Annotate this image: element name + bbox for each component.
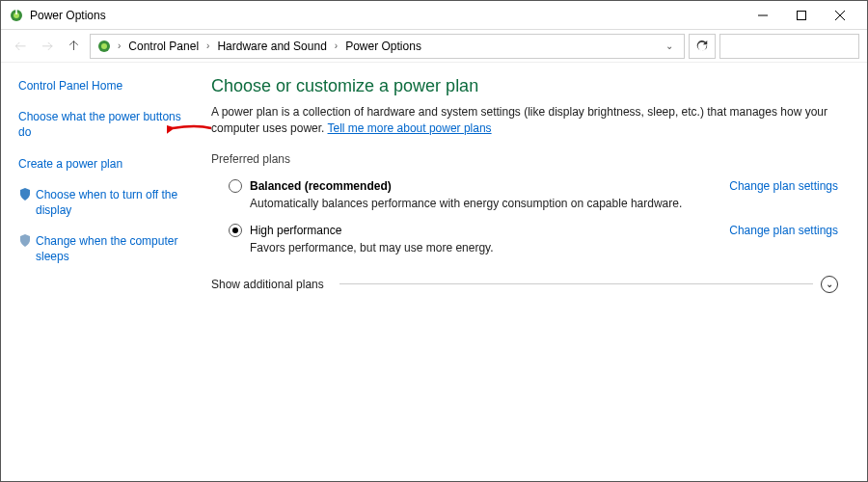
sidebar-link-computer-sleeps[interactable]: Change when the computer sleeps (18, 233, 186, 264)
maximize-button[interactable] (782, 2, 821, 29)
window-title: Power Options (30, 9, 106, 22)
plan-name[interactable]: Balanced (recommended) (250, 179, 392, 193)
chevron-right-icon[interactable]: › (114, 40, 124, 51)
main-panel: Choose or customize a power plan A power… (194, 63, 867, 481)
change-plan-settings-link[interactable]: Change plan settings (729, 224, 838, 237)
breadcrumb-root[interactable]: Control Panel (126, 40, 201, 53)
power-options-icon (9, 8, 24, 23)
breadcrumb-dropdown[interactable]: ⌄ (661, 40, 678, 51)
group-label: Preferred plans (211, 152, 296, 166)
address-bar: 🡠 🡢 🡡 › Control Panel › Hardware and Sou… (1, 30, 867, 63)
plan-balanced: Balanced (recommended) Change plan setti… (229, 179, 838, 210)
change-plan-settings-link[interactable]: Change plan settings (729, 179, 838, 193)
breadcrumb-bar[interactable]: › Control Panel › Hardware and Sound › P… (90, 34, 685, 59)
shield-icon (18, 188, 32, 201)
additional-plans-label: Show additional plans (211, 278, 332, 291)
chevron-right-icon[interactable]: › (331, 40, 341, 51)
plan-description: Favors performance, but may use more ene… (250, 241, 838, 254)
sidebar-link-power-buttons[interactable]: Choose what the power buttons do (18, 109, 186, 140)
radio-high-performance[interactable] (229, 224, 242, 237)
window: Power Options 🡠 🡢 🡡 › Control Panel › Ha… (0, 0, 868, 482)
shield-icon (18, 234, 32, 248)
breadcrumb-mid[interactable]: Hardware and Sound (215, 40, 328, 53)
titlebar: Power Options (1, 1, 867, 30)
sidebar-item-label: Choose when to turn off the display (36, 188, 177, 217)
svg-rect-4 (798, 11, 806, 19)
svg-point-8 (101, 43, 107, 49)
divider (339, 283, 813, 284)
radio-balanced[interactable] (229, 179, 242, 193)
chevron-down-icon: ⌄ (826, 279, 833, 289)
learn-more-link[interactable]: Tell me more about power plans (328, 121, 492, 135)
minimize-button[interactable] (744, 2, 782, 29)
forward-button[interactable]: 🡢 (36, 35, 59, 58)
page-description: A power plan is a collection of hardware… (211, 104, 838, 137)
plan-high-performance: High performance Change plan settings Fa… (229, 224, 838, 254)
search-input[interactable] (719, 34, 859, 59)
sidebar-link-turn-off-display[interactable]: Choose when to turn off the display (18, 187, 186, 218)
sidebar-item-label: Change when the computer sleeps (36, 234, 177, 263)
additional-plans-row[interactable]: Show additional plans ⌄ (211, 276, 838, 293)
plan-description: Automatically balances performance with … (250, 197, 838, 210)
preferred-plans-group: Preferred plans Balanced (recommended) C… (211, 152, 838, 254)
sidebar: Control Panel Home Choose what the power… (1, 63, 194, 481)
expand-button[interactable]: ⌄ (821, 276, 838, 293)
back-button[interactable]: 🡠 (9, 35, 32, 58)
svg-rect-2 (15, 10, 17, 14)
desc-text: A power plan is a collection of hardware… (211, 105, 827, 135)
sidebar-link-create-plan[interactable]: Create a power plan (18, 156, 186, 172)
up-button[interactable]: 🡡 (63, 35, 86, 58)
window-controls (744, 2, 859, 29)
close-button[interactable] (821, 2, 859, 29)
page-heading: Choose or customize a power plan (211, 76, 838, 96)
content-body: Control Panel Home Choose what the power… (1, 63, 867, 481)
breadcrumb-leaf[interactable]: Power Options (343, 40, 423, 53)
control-panel-home-link[interactable]: Control Panel Home (18, 78, 186, 94)
refresh-button[interactable] (689, 34, 716, 59)
power-options-icon (96, 39, 112, 54)
plan-name[interactable]: High performance (250, 224, 341, 237)
chevron-right-icon[interactable]: › (203, 40, 213, 51)
